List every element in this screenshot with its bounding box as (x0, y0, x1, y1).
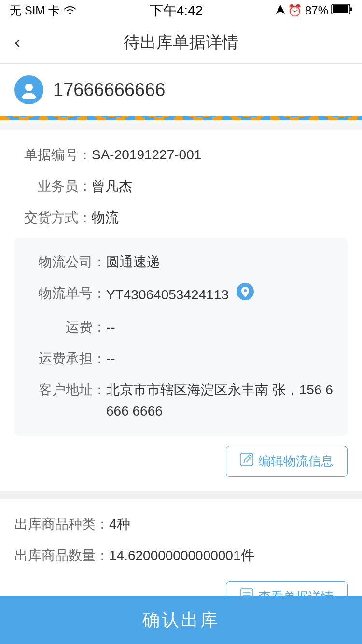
edit-logistics-button[interactable]: 编辑物流信息 (226, 446, 348, 477)
svg-rect-6 (240, 453, 253, 466)
goods-quantity-value: 14.620000000000001件 (109, 545, 348, 567)
svg-point-4 (22, 93, 36, 99)
battery-icon (331, 4, 352, 17)
address-row: 客户地址： 北京市市辖区海淀区永丰南 张，156 6666 6666 (29, 379, 333, 423)
address-label: 客户地址： (29, 379, 106, 401)
alarm-icon: ⏰ (288, 4, 302, 17)
edit-icon (240, 453, 253, 470)
avatar (14, 75, 43, 104)
status-left: 无 SIM 卡 (10, 3, 76, 18)
address-value: 北京市市辖区海淀区永丰南 张，156 6666 6666 (106, 379, 333, 423)
salesman-value: 曾凡杰 (92, 176, 348, 197)
company-value: 圆通速递 (106, 252, 333, 273)
tracking-label: 物流单号： (29, 283, 106, 305)
goods-quantity-label: 出库商品数量： (14, 545, 109, 567)
freight-label: 运费： (29, 317, 106, 338)
gps-icon (276, 4, 285, 17)
goods-quantity-row: 出库商品数量： 14.620000000000001件 (14, 545, 348, 567)
status-right: ⏰ 87% (276, 4, 352, 17)
freight-bearer-label: 运费承担： (29, 348, 106, 370)
goods-type-label: 出库商品种类： (14, 514, 109, 535)
company-label: 物流公司： (29, 252, 106, 273)
delivery-label: 交货方式： (14, 207, 92, 229)
freight-bearer-row: 运费承担： -- (29, 348, 333, 370)
salesman-row: 业务员： 曾凡杰 (14, 176, 348, 197)
goods-type-row: 出库商品种类： 4种 (14, 514, 348, 535)
svg-rect-1 (333, 5, 348, 13)
svg-rect-2 (350, 7, 352, 11)
confirm-button[interactable]: 确认出库 (142, 608, 220, 632)
svg-point-3 (25, 84, 33, 91)
status-bar: 无 SIM 卡 下午4:42 ⏰ 87% (0, 0, 362, 21)
document-row: 单据编号： SA-20191227-001 (14, 144, 348, 166)
carrier-label: 无 SIM 卡 (10, 3, 60, 18)
phone-header: 17666666666 (0, 64, 362, 117)
edit-logistics-container: 编辑物流信息 (14, 446, 348, 477)
status-time: 下午4:42 (150, 1, 203, 20)
document-value: SA-20191227-001 (92, 144, 348, 166)
salesman-label: 业务员： (14, 176, 92, 197)
bottom-bar: 确认出库 (0, 596, 362, 644)
battery-percent: 87% (305, 4, 328, 17)
page-title: 待出库单据详情 (124, 31, 238, 54)
section-divider (0, 491, 362, 499)
basic-info-section: 单据编号： SA-20191227-001 业务员： 曾凡杰 交货方式： 物流 … (0, 130, 362, 491)
nav-bar: ‹ 待出库单据详情 (0, 21, 362, 64)
company-row: 物流公司： 圆通速递 (29, 252, 333, 273)
delivery-row: 交货方式： 物流 (14, 207, 348, 229)
location-icon[interactable] (237, 283, 254, 307)
document-label: 单据编号： (14, 144, 92, 166)
freight-value: -- (106, 317, 333, 338)
svg-point-5 (237, 283, 254, 300)
dashed-divider (0, 117, 362, 120)
phone-number: 17666666666 (53, 80, 165, 100)
tracking-value: YT43064053424113 (106, 283, 254, 307)
tracking-row: 物流单号： YT43064053424113 (29, 283, 333, 307)
wifi-icon (64, 4, 76, 17)
logistics-section: 物流公司： 圆通速递 物流单号： YT43064053424113 运费： (14, 238, 348, 436)
freight-row: 运费： -- (29, 317, 333, 338)
edit-logistics-label: 编辑物流信息 (258, 453, 334, 470)
freight-bearer-value: -- (106, 348, 333, 370)
delivery-value: 物流 (92, 207, 348, 229)
goods-type-value: 4种 (109, 514, 348, 535)
back-button[interactable]: ‹ (10, 28, 25, 57)
